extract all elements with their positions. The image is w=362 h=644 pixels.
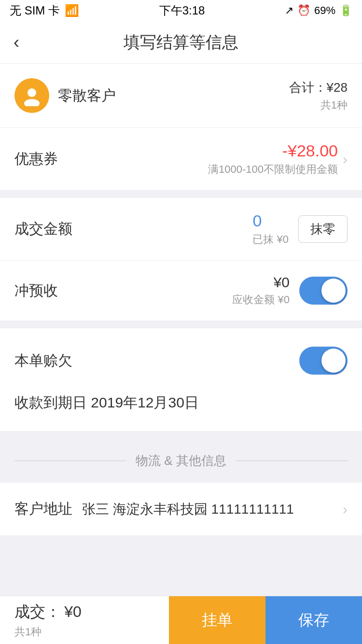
bottom-bar: 成交： ¥0 共1种 挂单 保存	[0, 596, 362, 644]
coupon-value: -¥28.00	[208, 141, 338, 160]
svg-point-1	[24, 99, 40, 106]
nav-bar: ‹ 填写结算等信息	[0, 21, 362, 64]
logistics-section: 物流 & 其他信息	[0, 439, 362, 483]
coupon-right: -¥28.00 满1000-100不限制使用金额 ›	[208, 141, 348, 177]
bottom-count: 共1种	[14, 625, 154, 639]
address-label: 客户地址	[14, 499, 72, 519]
address-section: 客户地址 张三 海淀永丰科技园 11111111111 ›	[0, 483, 362, 535]
coupon-chevron-icon: ›	[343, 151, 348, 168]
coupon-desc: 满1000-100不限制使用金额	[208, 162, 338, 177]
due-date-date: 2019年12月30日	[91, 394, 198, 410]
bottom-deal-label: 成交：	[14, 603, 61, 620]
logistics-header: 物流 & 其他信息	[0, 439, 362, 483]
prepay-label: 冲预收	[14, 281, 58, 301]
page-title: 填写结算等信息	[124, 31, 238, 54]
deal-section: 成交金额 0 已抹 ¥0 抹零 冲预收 ¥0 应收金额 ¥0	[0, 198, 362, 321]
bottom-info: 成交： ¥0 共1种	[0, 596, 169, 644]
toggle-knob	[321, 279, 346, 303]
empty-space	[0, 535, 362, 584]
alarm-icon: ⏰	[297, 4, 310, 17]
customer-row: 零散客户 合计：¥28 共1种	[0, 64, 362, 127]
address-value: 张三 海淀永丰科技园 11111111111	[82, 500, 343, 518]
debt-toggle-knob	[321, 349, 346, 373]
carrier-label: 无 SIM 卡	[10, 3, 60, 18]
prepay-row: 冲预收 ¥0 应收金额 ¥0	[0, 260, 362, 321]
coupon-label: 优惠券	[14, 149, 58, 169]
deal-right: 0 已抹 ¥0 抹零	[252, 211, 348, 247]
back-button[interactable]: ‹	[14, 32, 19, 53]
debt-toggle[interactable]	[299, 347, 348, 375]
prepay-toggle[interactable]	[299, 277, 348, 305]
debt-section: 本单赊欠 收款到期日 2019年12月30日	[0, 328, 362, 431]
prepay-sub: 应收金额 ¥0	[232, 293, 290, 307]
due-date-row: 收款到期日 2019年12月30日	[0, 393, 362, 431]
wifi-icon: 📶	[65, 4, 79, 17]
status-left: 无 SIM 卡 📶	[10, 3, 79, 18]
customer-left: 零散客户	[14, 78, 116, 113]
location-icon: ↗	[285, 4, 293, 17]
customer-section: 零散客户 合计：¥28 共1种 优惠券 -¥28.00 满1000-100不限制…	[0, 64, 362, 190]
prepay-values: ¥0 应收金额 ¥0	[232, 274, 290, 307]
svg-point-0	[28, 88, 36, 97]
hold-button[interactable]: 挂单	[169, 596, 265, 644]
divider-left	[14, 461, 126, 461]
deal-amount-row: 成交金额 0 已抹 ¥0 抹零	[0, 198, 362, 260]
prepay-amount: ¥0	[232, 274, 290, 291]
divider-right	[236, 461, 348, 461]
item-count: 共1种	[289, 98, 348, 112]
coupon-row[interactable]: 优惠券 -¥28.00 满1000-100不限制使用金额 ›	[0, 127, 362, 190]
logistics-label: 物流 & 其他信息	[136, 452, 226, 469]
battery-icon: 🔋	[339, 4, 352, 17]
deal-amount-label: 成交金额	[14, 219, 72, 239]
battery-label: 69%	[314, 4, 335, 17]
total-label: 合计：¥28	[289, 79, 348, 96]
deal-value: 0	[252, 211, 289, 230]
debt-row: 本单赊欠	[0, 328, 362, 393]
save-button[interactable]: 保存	[265, 596, 362, 644]
deal-sub: 已抹 ¥0	[252, 232, 289, 247]
address-row[interactable]: 客户地址 张三 海淀永丰科技园 11111111111 ›	[0, 483, 362, 535]
avatar	[14, 78, 49, 113]
prepay-right: ¥0 应收金额 ¥0	[232, 274, 348, 307]
customer-right: 合计：¥28 共1种	[289, 79, 348, 112]
status-bar: 无 SIM 卡 📶 下午3:18 ↗ ⏰ 69% 🔋	[0, 0, 362, 21]
due-date-label: 收款到期日	[14, 394, 87, 410]
round-zero-button[interactable]: 抹零	[298, 215, 348, 243]
customer-name: 零散客户	[58, 86, 116, 106]
status-right: ↗ ⏰ 69% 🔋	[285, 4, 352, 17]
time-label: 下午3:18	[159, 3, 205, 18]
bottom-deal-amount: ¥0	[64, 603, 82, 620]
bottom-deal: 成交： ¥0	[14, 602, 154, 623]
address-chevron-icon: ›	[343, 501, 348, 518]
debt-label: 本单赊欠	[14, 351, 72, 371]
